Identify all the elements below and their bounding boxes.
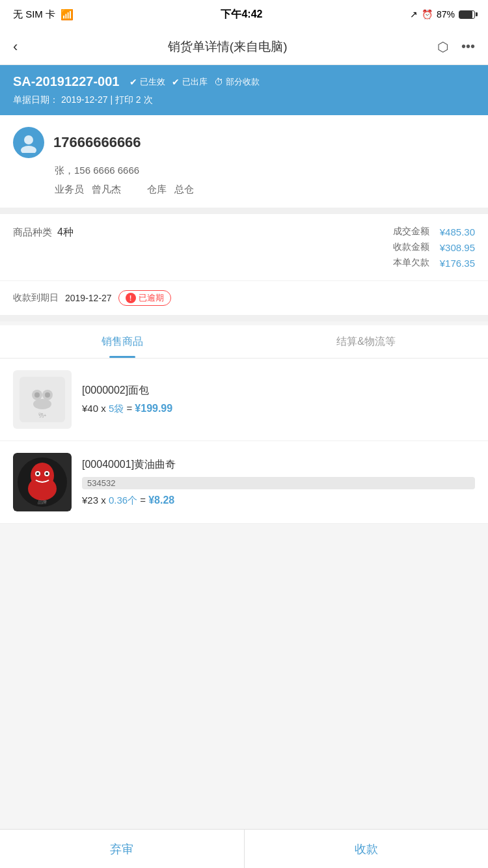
page-title: 销货单详情(来自电脑) (168, 38, 288, 55)
receipt-value: ¥308.95 (440, 242, 475, 253)
product-tag-2: 534532 (82, 477, 475, 489)
amount-row-2: 收款金额 ¥308.95 (393, 241, 475, 253)
product-qty-1: 5袋 (109, 403, 124, 414)
status-left: 无 SIM 卡 📶 (13, 8, 74, 21)
print-unit: 次 (144, 94, 153, 105)
order-id: SA-20191227-001 (13, 74, 119, 89)
summary-right: 成交金额 ¥485.30 收款金额 ¥308.95 本单欠款 ¥176.35 (393, 226, 475, 269)
type-label: 商品种类 (13, 226, 52, 239)
product-price-row-1: ¥40 x 5袋 = ¥199.99 (82, 403, 475, 415)
due-date-section: 收款到期日 2019-12-27 ! 已逾期 (0, 280, 488, 315)
svg-point-7 (33, 399, 51, 409)
bottom-bar: 弃审 收款 (0, 829, 488, 868)
divider-2 (0, 315, 488, 321)
svg-text:品牌: 品牌 (38, 500, 47, 504)
overdue-text: 已逾期 (139, 292, 164, 304)
status-time: 下午4:42 (221, 8, 262, 21)
warehouse-label: 仓库 (147, 183, 167, 195)
status-bar: 无 SIM 卡 📶 下午4:42 ↗ ⏰ 87% (0, 0, 488, 29)
overdue-icon: ! (126, 293, 136, 303)
share-icon[interactable]: ⬡ (437, 39, 448, 55)
svg-text:鸮+: 鸮+ (38, 413, 47, 418)
amount-label: 成交金额 (393, 226, 429, 237)
summary-row: 商品种类 4种 成交金额 ¥485.30 收款金额 ¥308.95 本单欠款 ¥… (13, 226, 475, 269)
print-num: 2 (136, 94, 141, 105)
summary-section: 商品种类 4种 成交金额 ¥485.30 收款金额 ¥308.95 本单欠款 ¥… (0, 214, 488, 280)
date-label: 单据日期： (13, 94, 59, 105)
receipt-label: 收款金额 (393, 241, 429, 253)
print-label: 打印 (115, 94, 133, 105)
summary-left: 商品种类 4种 (13, 226, 74, 239)
header-date: 单据日期： 2019-12-27 | 打印 2 次 (13, 94, 475, 106)
product-item-2: 品牌 [00040001]黄油曲奇 534532 ¥23 x 0.36个 = ¥… (0, 441, 488, 524)
battery-icon (459, 10, 475, 19)
order-date: 2019-12-27 (61, 94, 108, 105)
wifi-icon: 📶 (61, 8, 74, 21)
svg-point-6 (45, 392, 50, 398)
status-right: ↗ ⏰ 87% (410, 9, 475, 20)
product-total-2: ¥8.28 (148, 495, 174, 506)
carrier-label: 无 SIM 卡 (13, 8, 55, 21)
tab-sales-products[interactable]: 销售商品 (0, 325, 244, 358)
status-badge-shipped: ✔ 已出库 (172, 76, 208, 88)
shipped-label: 已出库 (182, 76, 208, 88)
product-info-2: [00040001]黄油曲奇 534532 ¥23 x 0.36个 = ¥8.2… (82, 453, 475, 511)
tabs-row: 销售商品 结算&物流等 (0, 325, 488, 358)
product-price-1: ¥40 x (82, 403, 109, 414)
tab1-label: 销售商品 (102, 335, 143, 349)
nav-actions: ⬡ ••• (437, 39, 475, 55)
status-badge-partial: ⏱ 部分收款 (214, 76, 260, 88)
product-image-2: 品牌 (13, 453, 72, 511)
amount-row-3: 本单欠款 ¥176.35 (393, 257, 475, 269)
divider-1 (0, 208, 488, 214)
due-date-value: 2019-12-27 (65, 293, 112, 303)
effective-label: 已生效 (140, 76, 165, 88)
customer-section: 17666666666 张，156 6666 6666 业务员 曾凡杰 仓库 总… (0, 115, 488, 208)
svg-point-0 (24, 135, 33, 144)
sales-label: 业务员 (55, 183, 84, 195)
warehouse-item: 仓库 总仓 (147, 183, 194, 196)
product-total-1: ¥199.99 (135, 403, 172, 414)
product-name-1: [0000002]面包 (82, 384, 475, 398)
product-item-1: 鸮+ [0000002]面包 ¥40 x 5袋 = ¥199.99 (0, 359, 488, 441)
svg-point-5 (34, 392, 40, 398)
customer-top: 17666666666 (13, 127, 475, 158)
header-banner: SA-20191227-001 ✔ 已生效 ✔ 已出库 ⏱ 部分收款 单据日期：… (0, 65, 488, 115)
status-badges: ✔ 已生效 ✔ 已出库 ⏱ 部分收款 (129, 76, 260, 88)
product-price-row-2: ¥23 x 0.36个 = ¥8.28 (82, 495, 475, 507)
collect-payment-button[interactable]: 收款 (245, 830, 489, 868)
product-qty-2: 0.36个 (109, 495, 137, 506)
customer-meta: 业务员 曾凡杰 仓库 总仓 (55, 183, 475, 196)
back-button[interactable]: ‹ (13, 38, 18, 55)
header-top: SA-20191227-001 ✔ 已生效 ✔ 已出库 ⏱ 部分收款 (13, 74, 475, 89)
svg-point-15 (36, 472, 39, 475)
bottom-spacer (0, 524, 488, 576)
product-price-2: ¥23 x (82, 495, 109, 506)
svg-point-1 (21, 146, 36, 153)
status-badge-effective: ✔ 已生效 (129, 76, 165, 88)
tab-settlement[interactable]: 结算&物流等 (244, 325, 488, 358)
tab2-label: 结算&物流等 (336, 335, 396, 349)
product-list: 鸮+ [0000002]面包 ¥40 x 5袋 = ¥199.99 (0, 359, 488, 524)
debt-label: 本单欠款 (393, 257, 429, 269)
abandon-review-button[interactable]: 弃审 (0, 830, 245, 868)
product-name-2: [00040001]黄油曲奇 (82, 458, 475, 472)
svg-point-12 (28, 477, 57, 500)
sales-item: 业务员 曾凡杰 (55, 183, 121, 196)
amount-value: ¥485.30 (440, 226, 475, 237)
print-separator: | (110, 94, 115, 105)
type-count: 4种 (57, 226, 74, 239)
more-icon[interactable]: ••• (461, 39, 475, 54)
sales-value: 曾凡杰 (92, 183, 121, 195)
checkmark-icon-2: ✔ (172, 77, 180, 87)
warehouse-value: 总仓 (174, 183, 194, 195)
svg-point-16 (46, 472, 48, 475)
product-image-1: 鸮+ (13, 370, 72, 429)
product-eq-1: = (126, 403, 135, 414)
product-placeholder-1: 鸮+ (13, 370, 72, 429)
alarm-icon: ⏰ (422, 9, 433, 20)
due-date-label: 收款到期日 (13, 292, 59, 304)
partial-label: 部分收款 (226, 76, 260, 88)
product-info-1: [0000002]面包 ¥40 x 5袋 = ¥199.99 (82, 370, 475, 429)
location-icon: ↗ (410, 9, 418, 20)
